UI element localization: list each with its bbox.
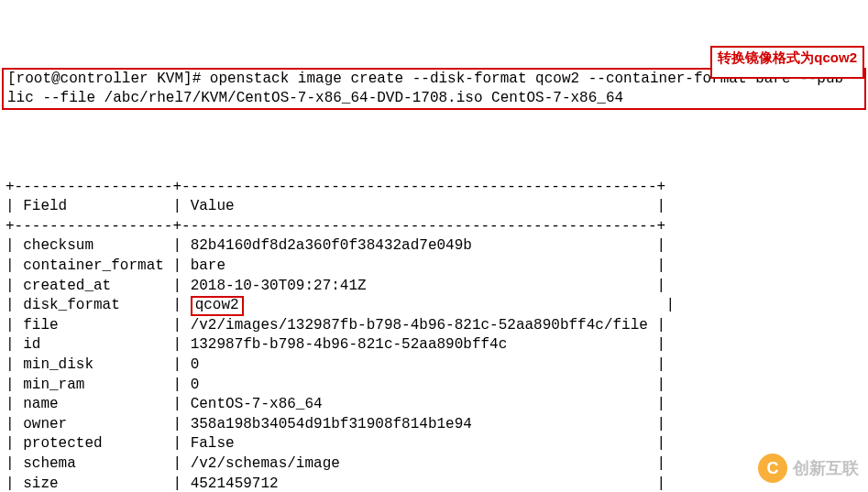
watermark-logo-icon: C [758,454,787,483]
watermark-text: 创新互联 [793,457,859,479]
row-field: size [23,476,58,492]
row-field: disk_format [23,297,120,313]
row-value: 2018-10-30T09:27:41Z [191,278,367,294]
table-border-top: +------------------+--------------------… [5,179,665,195]
row-field: file [23,317,58,333]
row-value: CentOS-7-x86_64 [191,396,323,412]
row-field: created_at [23,278,111,294]
row-field: container_format [23,257,164,274]
row-field: min_ram [23,377,84,393]
row-field: checksum [23,237,93,254]
disk-format-highlight: qcow2 [191,296,244,316]
row-value: False [191,435,235,452]
table-border-mid: +------------------+--------------------… [5,218,665,235]
row-value: 358a198b34054d91bf31908f814b1e94 [191,416,472,432]
row-value: qcow2 [195,297,239,313]
row-value: /v2/images/132987fb-b798-4b96-821c-52aa8… [191,317,648,333]
annotation-label: 转换镜像格式为qcow2 [710,46,864,79]
shell-prompt: [root@controller KVM]# [7,71,210,87]
row-field: min_disk [23,356,93,373]
watermark-logo-letter: C [767,459,779,478]
command-line-2: lic --file /abc/rhel7/KVM/CentOS-7-x86_6… [7,90,623,106]
row-value: 132987fb-b798-4b96-821c-52aa890bff4c [191,336,508,353]
row-value: 82b4160df8d2a360f0f38432ad7e049b [191,237,472,254]
row-value: 0 [191,356,200,373]
row-field: owner [23,416,67,432]
row-value: 0 [191,377,200,393]
row-value: 4521459712 [191,476,279,492]
row-field: name [23,396,58,412]
row-value: bare [191,257,225,274]
header-field: Field [23,198,67,214]
row-field: id [23,336,40,353]
watermark: C 创新互联 [758,454,859,483]
row-value: /v2/schemas/image [191,455,340,472]
row-field: schema [23,455,76,472]
header-value: Value [191,198,235,214]
row-field: protected [23,435,102,452]
terminal-output: +------------------+--------------------… [0,176,868,492]
